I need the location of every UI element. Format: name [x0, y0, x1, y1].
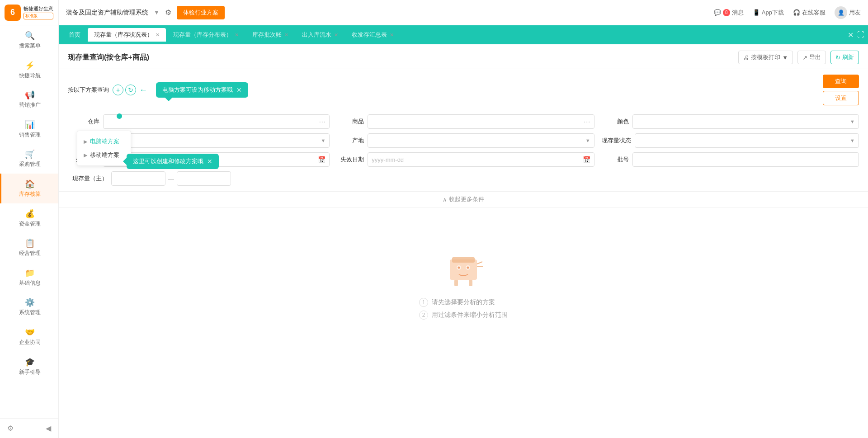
export-label: 导出: [809, 53, 821, 61]
sidebar-item-sales[interactable]: 📊 销售管理: [0, 114, 58, 144]
sidebar-item-purchase[interactable]: 🛒 采购管理: [0, 144, 58, 174]
industry-button[interactable]: 体验行业方案: [177, 6, 225, 19]
collapse-button[interactable]: ∧ 收起更多条件: [443, 195, 484, 203]
page-title: 现存量查询(按仓库+商品): [68, 53, 149, 62]
warehouse-label: 仓库: [72, 118, 99, 126]
batch-input[interactable]: [632, 152, 859, 167]
size-arrow-icon: ▼: [321, 138, 326, 143]
goods-field: 商品 ···: [337, 114, 594, 129]
refresh-scheme-icon[interactable]: ↻: [125, 85, 136, 95]
header-app-download[interactable]: 📱 App下载: [753, 9, 784, 17]
reset-button[interactable]: 设置: [823, 91, 859, 105]
batch-field: 批号: [602, 152, 859, 167]
tab-home[interactable]: 首页: [62, 28, 87, 42]
add-scheme-icon[interactable]: +: [113, 85, 123, 95]
header-user[interactable]: 👤 用友: [835, 6, 861, 19]
svg-point-5: [467, 267, 469, 269]
collapse-bar: ∧ 收起更多条件: [59, 192, 868, 207]
sidebar-item-inventory[interactable]: 🏠 库存核算: [0, 174, 58, 203]
origin-field: 产地 ▼: [337, 133, 594, 148]
export-button[interactable]: ↗ 导出: [797, 51, 826, 64]
print-button[interactable]: 🖨 按模板打印 ▼: [738, 51, 793, 64]
settings-icon[interactable]: ⚙: [165, 8, 171, 17]
color-select[interactable]: ▼: [632, 114, 859, 129]
tooltip1: 电脑方案可设为移动方案哦 ✕: [156, 82, 248, 98]
empty-steps: 1 请先选择要分析的方案 2 用过滤条件来缩小分析范围: [419, 298, 508, 323]
tab-maximize-icon[interactable]: ⛶: [857, 31, 864, 39]
sidebar-item-guide[interactable]: 🎓 新手引导: [0, 352, 58, 381]
sidebar-item-label: 快捷导航: [19, 72, 41, 80]
expire-date-cal-icon[interactable]: 📅: [583, 156, 590, 163]
scheme-tree-area: ▶ 电脑端方案 ▶ 移动端方案 这里可以创建和修改方案哦 ✕: [68, 111, 859, 186]
tooltip1-close[interactable]: ✕: [236, 86, 242, 94]
step1-num: 1: [419, 298, 428, 307]
basic-icon: 📁: [25, 268, 35, 278]
expire-date-input[interactable]: yyyy-mm-dd 📅: [368, 152, 594, 167]
avatar-icon: 👤: [838, 9, 844, 16]
goods-select[interactable]: ···: [368, 114, 594, 129]
tab-close-summary[interactable]: ✕: [390, 32, 394, 38]
svg-rect-6: [454, 280, 458, 286]
tab-batch[interactable]: 库存批次账 ✕: [246, 28, 295, 42]
sidebar-item-collaboration[interactable]: 🤝 企业协同: [0, 322, 58, 352]
sidebar-item-system[interactable]: ⚙️ 系统管理: [0, 292, 58, 322]
management-icon: 📋: [25, 238, 35, 248]
produce-date-cal-icon[interactable]: 📅: [318, 156, 326, 163]
tab-flow[interactable]: 出入库流水 ✕: [296, 28, 344, 42]
tab-close-batch[interactable]: ✕: [284, 32, 288, 38]
sidebar-item-marketing[interactable]: 📢 营销推广: [0, 85, 58, 114]
goods-dots[interactable]: ···: [584, 117, 590, 127]
system-dropdown-icon[interactable]: ▼: [154, 9, 160, 16]
search-button[interactable]: 查询: [823, 75, 859, 88]
sidebar-item-quick[interactable]: ⚡ 快捷导航: [0, 55, 58, 85]
tab-inventory-dist[interactable]: 现存量（库存分布表） ✕: [167, 28, 245, 42]
support-icon: 🎧: [793, 9, 800, 16]
sidebar-item-label: 企业协同: [19, 339, 41, 346]
range-dash-icon: —: [168, 175, 174, 182]
sidebar-item-search[interactable]: 🔍 搜索菜单: [0, 25, 58, 55]
scheme-desktop[interactable]: ▶ 电脑端方案: [77, 135, 131, 148]
expire-date-label: 失效日期: [337, 155, 364, 164]
sidebar-item-basic[interactable]: 📁 基础信息: [0, 263, 58, 292]
tab-close-inventory-status[interactable]: ✕: [156, 32, 160, 38]
stock-range-min[interactable]: [111, 171, 165, 186]
mobile-arrow-icon: ▶: [84, 152, 87, 158]
tab-close-flow[interactable]: ✕: [334, 32, 338, 38]
warehouse-select[interactable]: ···: [103, 114, 330, 129]
print-arrow-icon: ▼: [782, 54, 788, 61]
sidebar-item-label: 基础信息: [19, 280, 41, 287]
tooltip2: 这里可以创建和修改方案哦 ✕: [127, 154, 219, 169]
sidebar-item-label: 销售管理: [19, 132, 41, 139]
filter-btn-col: 查询 设置: [823, 75, 859, 105]
origin-select[interactable]: ▼: [368, 133, 594, 148]
app-icon: 📱: [753, 9, 760, 16]
header-support[interactable]: 🎧 在线客服: [793, 9, 826, 17]
refresh-button[interactable]: ↻ 刷新: [830, 51, 859, 64]
tab-summary[interactable]: 收发存汇总表 ✕: [345, 28, 400, 42]
svg-point-4: [458, 267, 460, 269]
sidebar-item-finance[interactable]: 💰 资金管理: [0, 203, 58, 233]
sidebar-item-management[interactable]: 📋 经营管理: [0, 233, 58, 263]
search-icon: 🔍: [25, 31, 35, 41]
warehouse-dots[interactable]: ···: [319, 117, 326, 127]
size-select[interactable]: ▼: [103, 133, 330, 148]
tab-bar: 首页 现存量（库存状况表） ✕ 现存量（库存分布表） ✕ 库存批次账 ✕ 出入库…: [59, 25, 868, 44]
back-scheme-icon[interactable]: ←: [138, 85, 149, 95]
app-label: App下载: [762, 9, 784, 17]
tab-inventory-status[interactable]: 现存量（库存状况表） ✕: [88, 28, 166, 42]
stock-range-max[interactable]: [177, 171, 231, 186]
inventory-icon: 🏠: [25, 179, 35, 189]
expire-date-placeholder: yyyy-mm-dd: [372, 156, 404, 163]
stock-status-select[interactable]: ▼: [635, 133, 859, 148]
tab-close-all-icon[interactable]: ✕: [848, 31, 854, 39]
page-actions: 🖨 按模板打印 ▼ ↗ 导出 ↻ 刷新: [738, 51, 859, 64]
refresh-label: 刷新: [842, 53, 854, 61]
stock-status-field: 现存量状态 ▼: [602, 133, 859, 148]
tooltip2-close[interactable]: ✕: [207, 158, 212, 165]
settings-footer-icon[interactable]: ⚙: [7, 424, 14, 433]
collapse-label: 收起更多条件: [449, 195, 484, 203]
header-messages[interactable]: 💬 8 消息: [714, 9, 744, 17]
tab-inventory-dist-label: 现存量（库存分布表）: [173, 31, 232, 39]
tab-close-inventory-dist[interactable]: ✕: [235, 32, 239, 38]
collapse-sidebar-icon[interactable]: ◀: [46, 424, 51, 433]
